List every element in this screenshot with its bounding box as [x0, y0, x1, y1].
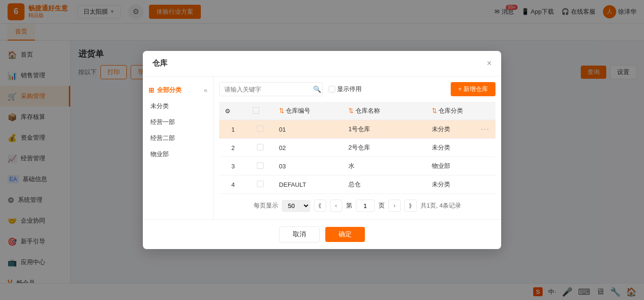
row-code: DEFAULT [273, 175, 343, 194]
all-categories-label: 全部分类 [157, 86, 182, 94]
th-code: ⇅ 仓库编号 [273, 102, 343, 120]
row-checkbox-cell[interactable] [247, 139, 273, 157]
row-code: 02 [273, 139, 343, 157]
search-btn[interactable]: 🔍 [308, 83, 323, 96]
sort-icon-name: ⇅ [348, 107, 354, 114]
row-name: 2号仓库 [343, 139, 426, 157]
cat-item-unclassified[interactable]: 未分类 [143, 98, 213, 114]
select-all-checkbox[interactable] [253, 107, 259, 114]
warehouse-table: ⚙ ⇅ 仓库编号 ⇅ 仓库名称 ⇅ [219, 102, 495, 194]
row-checkbox-cell[interactable] [247, 175, 273, 194]
category-sidebar: ⊞ 全部分类 « 未分类 经营一部 经营二部 物业部 [143, 76, 214, 219]
table-header-row: ⚙ ⇅ 仓库编号 ⇅ 仓库名称 ⇅ [219, 102, 495, 120]
table-row[interactable]: 4 DEFAULT 总仓 未分类 [219, 175, 495, 194]
add-warehouse-btn[interactable]: + 新增仓库 [451, 82, 495, 96]
table-row[interactable]: 3 03 水 物业部 [219, 157, 495, 175]
modal-close-btn[interactable]: × [487, 58, 492, 68]
page-label: 第 [346, 201, 352, 210]
cat-item-ops1[interactable]: 经营一部 [143, 114, 213, 130]
th-checkbox [247, 102, 273, 120]
row-category: 未分类··· [426, 120, 495, 139]
page-unit: 页 [379, 201, 385, 210]
row-num: 4 [219, 175, 247, 194]
row-name: 1号仓库 [343, 120, 426, 139]
row-category: 未分类 [426, 139, 495, 157]
row-code: 01 [273, 120, 343, 139]
row-actions-btn[interactable]: ··· [481, 125, 490, 133]
prev-page-btn[interactable]: ‹ [330, 200, 342, 212]
sort-icon-cat: ⇅ [432, 107, 437, 114]
show-disabled-checkbox[interactable] [329, 86, 335, 92]
row-category: 未分类 [426, 175, 495, 194]
row-num: 2 [219, 139, 247, 157]
per-page-select[interactable]: 50 20 100 [282, 200, 310, 212]
table-row[interactable]: 2 02 2号仓库 未分类 [219, 139, 495, 157]
pagination: 每页显示 50 20 100 ⟪ ‹ 第 页 › ⟫ 共1页, 4条记录 [219, 194, 495, 214]
grid-icon: ⊞ [149, 86, 154, 94]
category-header: ⊞ 全部分类 « [143, 82, 213, 98]
cat-item-ops2[interactable]: 经营二部 [143, 130, 213, 146]
modal-body: ⊞ 全部分类 « 未分类 经营一部 经营二部 物业部 [143, 76, 501, 219]
row-code: 03 [273, 157, 343, 175]
th-settings: ⚙ [219, 102, 247, 120]
cat-item-property[interactable]: 物业部 [143, 146, 213, 162]
modal-footer: 取消 确定 [143, 219, 501, 249]
row-checkbox[interactable] [257, 162, 264, 169]
per-page-label: 每页显示 [254, 201, 278, 210]
row-num: 3 [219, 157, 247, 175]
next-page-btn[interactable]: › [388, 200, 401, 212]
row-name: 水 [343, 157, 426, 175]
category-collapse-btn[interactable]: « [204, 86, 207, 94]
table-toolbar: 🔍 显示停用 + 新增仓库 [219, 82, 495, 96]
row-checkbox[interactable] [257, 125, 264, 132]
all-categories-btn[interactable]: ⊞ 全部分类 [149, 86, 182, 94]
row-name: 总仓 [343, 175, 426, 194]
last-page-btn[interactable]: ⟫ [405, 200, 417, 212]
row-num: 1 [219, 120, 247, 139]
row-checkbox-cell[interactable] [247, 157, 273, 175]
table-area: 🔍 显示停用 + 新增仓库 ⚙ [214, 76, 501, 219]
page-input[interactable] [356, 200, 375, 212]
row-checkbox[interactable] [257, 144, 264, 150]
row-category: 物业部 [426, 157, 495, 175]
modal-header: 仓库 × [143, 51, 501, 76]
cancel-btn[interactable]: 取消 [279, 226, 320, 242]
search-box: 🔍 [219, 82, 323, 96]
sort-icon: ⇅ [279, 107, 284, 114]
search-input[interactable] [220, 83, 308, 96]
modal-overlay: 仓库 × ⊞ 全部分类 « 未分类 经营一部 [0, 0, 644, 300]
th-name: ⇅ 仓库名称 [343, 102, 426, 120]
first-page-btn[interactable]: ⟪ [314, 200, 326, 212]
row-checkbox[interactable] [257, 181, 264, 187]
warehouse-modal: 仓库 × ⊞ 全部分类 « 未分类 经营一部 [143, 51, 501, 249]
table-row[interactable]: 1 01 1号仓库 未分类··· [219, 120, 495, 139]
total-info: 共1页, 4条记录 [421, 201, 462, 210]
row-checkbox-cell[interactable] [247, 120, 273, 139]
confirm-btn[interactable]: 确定 [325, 227, 365, 242]
show-disabled-label[interactable]: 显示停用 [329, 85, 362, 93]
th-category: ⇅ 仓库分类 [426, 102, 495, 120]
modal-title: 仓库 [152, 58, 167, 68]
